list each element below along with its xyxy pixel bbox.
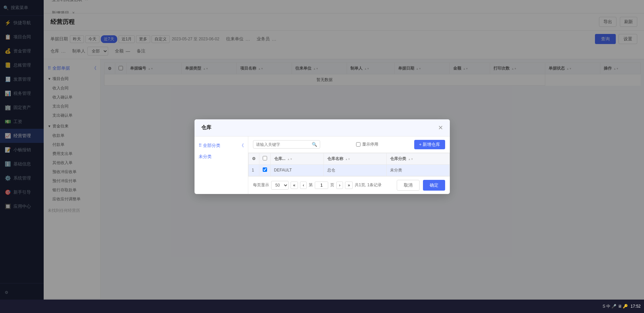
time-display: 17:52 <box>631 304 641 309</box>
modal-all-category-label: ⠿ 全部分类 <box>199 143 221 149</box>
modal-th-category: 仓库分类 ▲▼ <box>387 153 449 164</box>
modal-toolbar: 🔍 显示停用 + 新增仓库 <box>248 136 450 153</box>
row-checkbox[interactable] <box>259 164 270 176</box>
modal-per-page-select[interactable]: 50 <box>271 181 289 190</box>
modal-first-btn[interactable]: « <box>291 182 298 189</box>
modal-page-end: 页 <box>330 182 334 188</box>
taskbar: S 中 🎤 🖥 🔑 17:52 <box>0 300 644 313</box>
modal-header: 仓库 ✕ <box>195 119 450 136</box>
modal-prev-btn[interactable]: ‹ <box>300 182 307 189</box>
modal-right-panel: 🔍 显示停用 + 新增仓库 ⚙ <box>248 136 450 194</box>
modal-per-page-label: 每页显示 <box>253 182 269 188</box>
modal-last-btn[interactable]: » <box>345 182 353 189</box>
modal-table: ⚙ 仓库... ▲▼ 仓库名称 ▲▼ <box>248 153 450 176</box>
modal-left-panel: ⠿ 全部分类 《 未分类 <box>195 136 248 194</box>
modal-table-wrap: ⚙ 仓库... ▲▼ 仓库名称 ▲▼ <box>248 153 450 176</box>
modal-footer: 每页显示 50 « ‹ 第 页 › » 共1页, 1条记录 <box>248 176 450 194</box>
modal-uncategorized-item[interactable]: 未分类 <box>195 151 248 162</box>
modal-total: 共1页, 1条记录 <box>355 182 382 188</box>
modal-actions: 取消 确定 <box>397 180 445 191</box>
row-code: DEFAULT <box>270 164 324 176</box>
modal-body: ⠿ 全部分类 《 未分类 🔍 显示停用 + 新增仓库 <box>195 136 450 194</box>
modal-select-all[interactable] <box>263 156 267 160</box>
add-warehouse-button[interactable]: + 新增仓库 <box>414 140 445 149</box>
modal-close-btn[interactable]: ✕ <box>438 124 443 131</box>
modal-search-box[interactable]: 🔍 <box>253 140 320 149</box>
search-icon: 🔍 <box>312 142 317 147</box>
warehouse-modal: 仓库 ✕ ⠿ 全部分类 《 未分类 🔍 <box>195 119 450 194</box>
show-disabled-label: 显示停用 <box>362 142 378 147</box>
modal-overlay: 仓库 ✕ ⠿ 全部分类 《 未分类 🔍 <box>0 0 644 313</box>
sort-icon-code[interactable]: ▲▼ <box>287 158 293 161</box>
modal-left-collapse[interactable]: 《 <box>240 143 244 149</box>
modal-table-row[interactable]: 1 DEFAULT 总仓 未分类 <box>248 164 449 176</box>
taskbar-icons: S 中 🎤 🖥 🔑 <box>603 304 628 309</box>
sort-icon-name[interactable]: ▲▼ <box>345 158 350 161</box>
modal-th-name: 仓库名称 ▲▼ <box>324 153 386 164</box>
modal-pagination: 每页显示 50 « ‹ 第 页 › » 共1页, 1条记录 <box>253 181 382 190</box>
modal-next-btn[interactable]: › <box>336 182 343 189</box>
row-name: 总仓 <box>324 164 386 176</box>
modal-th-checkbox <box>259 153 270 164</box>
modal-th-code: 仓库... ▲▼ <box>270 153 324 164</box>
modal-title: 仓库 <box>201 124 211 131</box>
modal-page-input[interactable] <box>315 182 328 189</box>
row-category: 未分类 <box>387 164 449 176</box>
modal-page-label: 第 <box>309 182 313 188</box>
modal-table-header: ⚙ 仓库... ▲▼ 仓库名称 ▲▼ <box>248 153 449 164</box>
row-num: 1 <box>248 164 259 176</box>
modal-left-header[interactable]: ⠿ 全部分类 《 <box>195 140 248 151</box>
confirm-button[interactable]: 确定 <box>423 180 445 191</box>
modal-th-settings[interactable]: ⚙ <box>248 153 259 164</box>
show-disabled-checkbox[interactable] <box>356 142 360 147</box>
sort-icon-category[interactable]: ▲▼ <box>408 158 413 161</box>
cancel-button[interactable]: 取消 <box>397 180 420 191</box>
show-disabled-checkbox-label[interactable]: 显示停用 <box>356 142 378 147</box>
modal-search-input[interactable] <box>256 142 310 147</box>
